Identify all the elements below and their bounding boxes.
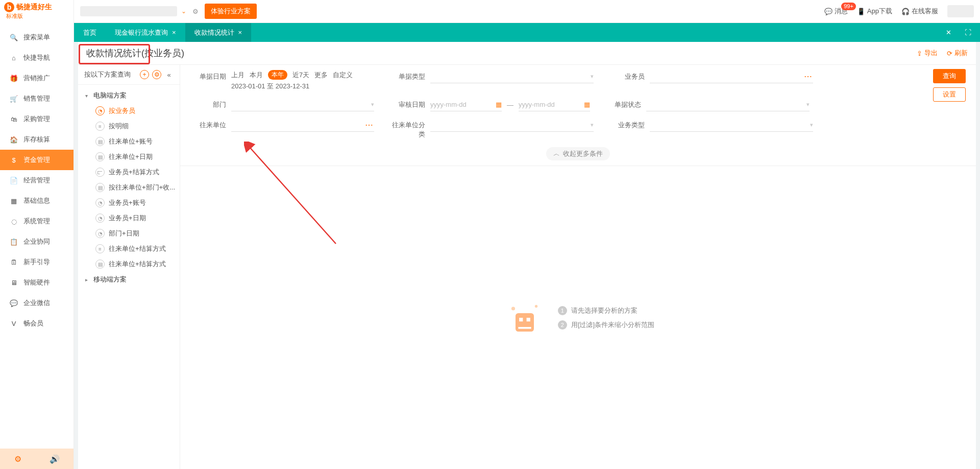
- svg-rect-5: [518, 327, 531, 329]
- home-icon: ⌂: [9, 53, 18, 62]
- scheme-item-salesman[interactable]: ◔按业务员: [78, 103, 180, 119]
- date-quick-lastmonth[interactable]: 上月: [231, 71, 244, 80]
- settings-button[interactable]: 设置: [933, 87, 966, 102]
- dept-select[interactable]: ▾: [231, 98, 374, 111]
- sidebar-item-hardware[interactable]: 🖥智能硬件: [0, 272, 74, 293]
- scheme-item-partner-date[interactable]: ▤往来单位+日期: [78, 149, 180, 165]
- sidebar-item-funds[interactable]: $资金管理: [0, 150, 74, 170]
- online-service-link[interactable]: 🎧 在线客服: [901, 7, 938, 16]
- date-quick-thisyear[interactable]: 本年: [268, 70, 287, 80]
- tab-home[interactable]: 首页: [74, 23, 106, 42]
- collapse-panel-button[interactable]: «: [164, 70, 174, 79]
- sidebar-item-purchase[interactable]: 🛍采购管理: [0, 109, 74, 129]
- partner-select[interactable]: ⋯: [231, 119, 374, 132]
- refresh-button[interactable]: ⟳刷新: [947, 49, 968, 58]
- date-quick-more[interactable]: 更多: [314, 71, 328, 80]
- fullscreen-icon[interactable]: ⛶: [961, 26, 975, 40]
- sidebar-item-collab[interactable]: 📋企业协同: [0, 231, 74, 252]
- caret-right-icon: ▸: [85, 277, 90, 283]
- topbar: ⌄ ⚙ 体验行业方案 💬 消息 99+ 📱 App下载 🎧 在线客服: [74, 0, 980, 23]
- biz-type-select[interactable]: ▾: [650, 119, 813, 132]
- sidebar-item-member[interactable]: V畅会员: [0, 313, 74, 334]
- close-icon[interactable]: ×: [238, 29, 242, 36]
- result-area: 1请先选择要分析的方案 2用[过滤]条件来缩小分析范围: [180, 166, 976, 469]
- sidebar-nav: 🔍搜索菜单 ⌂快捷导航 🎁营销推广 🛒销售管理 🛍采购管理 🏠库存核算 $资金管…: [0, 23, 74, 449]
- messages-badge: 99+: [841, 3, 856, 10]
- online-service-label: 在线客服: [912, 7, 938, 16]
- sidebar-item-inventory[interactable]: 🏠库存核算: [0, 129, 74, 150]
- bill-status-select[interactable]: ▾: [646, 98, 810, 111]
- add-scheme-button[interactable]: +: [140, 70, 149, 79]
- tree-group-pc[interactable]: ▾电脑端方案: [78, 88, 180, 103]
- sound-icon[interactable]: 🔊: [50, 454, 60, 464]
- scheme-item-salesman-date[interactable]: ◔业务员+日期: [78, 210, 180, 226]
- date-range-text: 2023-01-01 至 2023-12-31: [231, 82, 374, 91]
- scheme-item-partner-dept-rcv[interactable]: ▤按往来单位+部门+收...: [78, 180, 180, 195]
- sidebar-item-wechat[interactable]: 💬企业微信: [0, 293, 74, 313]
- partner-category-label: 往来单位分类: [389, 119, 430, 139]
- tabstrip: 首页 现金银行流水查询× 收款情况统计× ✕ ⛶: [74, 23, 980, 42]
- settings-icon[interactable]: ⚙: [14, 454, 21, 464]
- scheme-item-partner-settlement-2[interactable]: ▤往来单位+结算方式: [78, 256, 180, 272]
- tab-cashbank[interactable]: 现金银行流水查询×: [106, 23, 185, 42]
- company-selector[interactable]: ⌄: [80, 6, 186, 16]
- scheme-settings-button[interactable]: ⚙: [152, 70, 161, 79]
- audit-date-to[interactable]: yyyy-mm-dd▦: [519, 98, 590, 111]
- salesman-select[interactable]: ⋯: [650, 70, 813, 83]
- sidebar-item-marketing[interactable]: 🎁营销推广: [0, 68, 74, 88]
- date-quick-7days[interactable]: 近7天: [292, 71, 309, 80]
- wechat-icon: 💬: [9, 298, 18, 308]
- partner-category-select[interactable]: ▾: [430, 119, 594, 132]
- sidebar-item-system[interactable]: ◌系统管理: [0, 211, 74, 231]
- svg-rect-2: [526, 318, 530, 321]
- page-head: 收款情况统计(按业务员) ⇪导出 ⟳刷新: [78, 42, 976, 65]
- sidebar: b 畅捷通好生 标准版 🔍搜索菜单 ⌂快捷导航 🎁营销推广 🛒销售管理 🛍采购管…: [0, 0, 74, 469]
- scheme-item-partner-settlement[interactable]: ≡往来单位+结算方式: [78, 241, 180, 256]
- scheme-item-detail[interactable]: ≡按明细: [78, 119, 180, 134]
- gear-icon[interactable]: ⚙: [192, 8, 199, 15]
- svg-point-3: [511, 307, 515, 310]
- export-icon: ⇪: [917, 50, 922, 57]
- cart-icon: 🛒: [9, 94, 18, 103]
- audit-date-from[interactable]: yyyy-mm-dd▦: [430, 98, 502, 111]
- date-quick-thismonth[interactable]: 本月: [250, 71, 263, 80]
- sidebar-item-guide[interactable]: 🗓新手引导: [0, 252, 74, 272]
- audit-date-range: yyyy-mm-dd▦ — yyyy-mm-dd▦: [430, 98, 590, 111]
- avatar[interactable]: [947, 5, 974, 17]
- chevron-down-icon: ▾: [371, 101, 374, 108]
- message-icon: 💬: [824, 8, 832, 15]
- sidebar-item-operation[interactable]: 📄经营管理: [0, 170, 74, 191]
- export-button[interactable]: ⇪导出: [917, 49, 938, 58]
- brand-edition: 标准版: [4, 12, 23, 20]
- biz-type-label: 业务类型: [609, 119, 650, 130]
- grid-icon: ▦: [9, 196, 18, 205]
- app-download-label: App下载: [867, 7, 892, 16]
- close-icon[interactable]: ×: [172, 29, 176, 36]
- experience-button[interactable]: 体验行业方案: [205, 4, 257, 19]
- scheme-item-partner-account[interactable]: ▤往来单位+账号: [78, 134, 180, 149]
- app-download-link[interactable]: 📱 App下载: [857, 7, 892, 16]
- scheme-item-salesman-settlement[interactable]: ⫍业务员+结算方式: [78, 165, 180, 180]
- bill-type-label: 单据类型: [389, 70, 430, 81]
- audit-date-label: 审核日期: [389, 98, 430, 109]
- bill-status-label: 单据状态: [605, 98, 646, 109]
- sync-icon: ◌: [9, 217, 18, 226]
- scheme-item-salesman-account[interactable]: ◔业务员+账号: [78, 195, 180, 210]
- close-all-icon[interactable]: ✕: [941, 26, 955, 40]
- sidebar-item-sales[interactable]: 🛒销售管理: [0, 88, 74, 109]
- date-quick-custom[interactable]: 自定义: [333, 71, 353, 80]
- bill-type-select[interactable]: ▾: [430, 70, 594, 83]
- query-button[interactable]: 查询: [933, 69, 966, 83]
- svg-point-4: [535, 304, 537, 307]
- tab-receipt-stats[interactable]: 收款情况统计×: [185, 23, 252, 42]
- scheme-item-dept-date[interactable]: ◔部门+日期: [78, 226, 180, 241]
- robot-illustration: [502, 295, 548, 341]
- sidebar-item-basedata[interactable]: ▦基础信息: [0, 191, 74, 211]
- warehouse-icon: 🏠: [9, 135, 18, 144]
- collapse-filters-bar[interactable]: ︿收起更多条件: [180, 144, 976, 163]
- sidebar-item-quicknav[interactable]: ⌂快捷导航: [0, 48, 74, 68]
- tree-group-mobile[interactable]: ▸移动端方案: [78, 272, 180, 287]
- sidebar-item-search[interactable]: 🔍搜索菜单: [0, 27, 74, 48]
- chevron-down-icon: ▾: [591, 122, 594, 128]
- messages-link[interactable]: 💬 消息 99+: [824, 7, 848, 16]
